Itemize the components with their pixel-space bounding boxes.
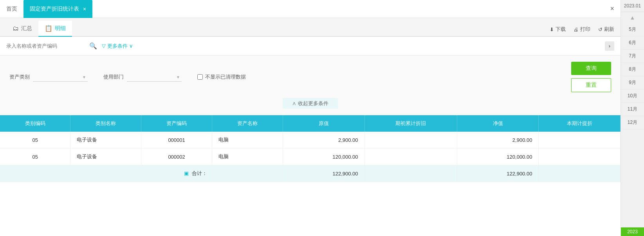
cell-original-value: 2,900.00 bbox=[283, 132, 364, 148]
collapse-btn-area: ∧ 收起更多条件 bbox=[9, 97, 611, 109]
total-initial-depreciation bbox=[364, 165, 457, 182]
sidebar-month-item[interactable]: 12月 bbox=[621, 116, 644, 129]
more-conditions-btn[interactable]: ▽ 更多条件 ∨ bbox=[102, 43, 133, 50]
arrow-right-btn[interactable]: › bbox=[605, 41, 614, 51]
cell-asset-code: 000001 bbox=[141, 132, 212, 148]
toolbar: 🗂 汇总 📋 明细 ⬇ 下载 🖨 打印 ↺ 刷新 bbox=[0, 18, 621, 37]
print-btn[interactable]: 🖨 打印 bbox=[574, 26, 590, 33]
filter-asset-type: 资产类别 ▼ bbox=[9, 72, 88, 82]
summary-icon: 🗂 bbox=[13, 25, 19, 32]
col-net-value: 净值 bbox=[457, 115, 539, 132]
print-icon: 🖨 bbox=[574, 27, 579, 32]
dept-select[interactable] bbox=[127, 72, 182, 82]
tab-summary[interactable]: 🗂 汇总 bbox=[6, 21, 38, 37]
cell-category-name: 电子设备 bbox=[70, 148, 141, 165]
col-current-depreciation: 本期计提折 bbox=[539, 115, 621, 132]
more-conditions-label: 更多条件 bbox=[107, 43, 128, 50]
asset-type-select-wrap: ▼ bbox=[33, 72, 88, 82]
search-input[interactable] bbox=[6, 43, 85, 49]
toolbar-actions: ⬇ 下载 🖨 打印 ↺ 刷新 bbox=[550, 26, 614, 36]
nav-tab-label: 固定资产折旧统计表 bbox=[30, 5, 79, 13]
more-conditions-arrow: ∨ bbox=[129, 43, 133, 49]
detail-icon: 📋 bbox=[45, 25, 52, 32]
table-total-row: ▣ 合计： 122,900.00 122,900.00 bbox=[0, 165, 621, 182]
col-category-code: 类别编码 bbox=[0, 115, 70, 132]
sidebar-month-item[interactable]: 11月 bbox=[621, 103, 644, 116]
search-icon[interactable]: 🔍 bbox=[89, 42, 97, 50]
cell-original-value: 120,000.00 bbox=[283, 148, 364, 165]
table-row: 05 电子设备 000001 电脑 2,900.00 2,900.00 bbox=[0, 132, 621, 148]
cell-category-code: 05 bbox=[0, 148, 70, 165]
sidebar-month-item[interactable]: 9月 bbox=[621, 76, 644, 89]
month-list: 5月6月7月8月9月10月11月12月 bbox=[621, 23, 644, 227]
tab-detail-label: 明细 bbox=[55, 25, 66, 32]
refresh-label: 刷新 bbox=[604, 26, 614, 33]
download-btn[interactable]: ⬇ 下载 bbox=[550, 26, 566, 33]
collapse-btn[interactable]: ∧ 收起更多条件 bbox=[283, 98, 338, 109]
table-wrap: 类别编码 类别名称 资产编码 资产名称 原值 期初累计折旧 净值 本期计提折 0… bbox=[0, 115, 621, 236]
year-badge: 2023 bbox=[621, 227, 644, 236]
total-original-value: 122,900.00 bbox=[283, 165, 364, 182]
col-asset-name: 资产名称 bbox=[212, 115, 283, 132]
download-icon: ⬇ bbox=[550, 27, 554, 32]
cell-net-value: 2,900.00 bbox=[457, 132, 539, 148]
right-sidebar: 2023.01 ▲ 5月6月7月8月9月10月11月12月 2023 bbox=[621, 0, 644, 236]
tab-close-btn[interactable]: × bbox=[83, 6, 86, 12]
dept-select-wrap: ▼ bbox=[127, 72, 182, 82]
total-icon: ▣ bbox=[184, 170, 189, 176]
asset-type-label: 资产类别 bbox=[9, 73, 30, 80]
col-original-value: 原值 bbox=[283, 115, 364, 132]
asset-table: 类别编码 类别名称 资产编码 资产名称 原值 期初累计折旧 净值 本期计提折 0… bbox=[0, 115, 621, 182]
sidebar-date: 2023.01 bbox=[621, 0, 644, 12]
dept-label: 使用部门 bbox=[103, 73, 124, 80]
filter-dept: 使用部门 ▼ bbox=[103, 72, 182, 82]
filter-section: 资产类别 ▼ 使用部门 ▼ 不显示已清理数 bbox=[0, 55, 621, 115]
cell-asset-code: 000002 bbox=[141, 148, 212, 165]
table-header-row: 类别编码 类别名称 资产编码 资产名称 原值 期初累计折旧 净值 本期计提折 bbox=[0, 115, 621, 132]
nav-tab-depreciation[interactable]: 固定资产折旧统计表 × bbox=[23, 0, 92, 18]
col-category-name: 类别名称 bbox=[70, 115, 141, 132]
col-asset-code: 资产编码 bbox=[141, 115, 212, 132]
refresh-btn[interactable]: ↺ 刷新 bbox=[598, 26, 614, 33]
table-row: 05 电子设备 000002 电脑 120,000.00 120,000.00 bbox=[0, 148, 621, 165]
sidebar-month-item[interactable]: 10月 bbox=[621, 89, 644, 103]
hide-cleared-checkbox[interactable] bbox=[197, 74, 203, 80]
reset-btn[interactable]: 重置 bbox=[571, 78, 611, 92]
cell-asset-name: 电脑 bbox=[212, 132, 283, 148]
search-bar: 🔍 ▽ 更多条件 ∨ › bbox=[0, 37, 621, 55]
search-right: › bbox=[605, 41, 614, 51]
cell-asset-name: 电脑 bbox=[212, 148, 283, 165]
sidebar-month-item[interactable]: 6月 bbox=[621, 36, 644, 50]
tab-detail[interactable]: 📋 明细 bbox=[38, 21, 72, 37]
print-label: 打印 bbox=[580, 26, 590, 33]
total-current-depreciation bbox=[539, 165, 621, 182]
tab-summary-label: 汇总 bbox=[21, 25, 32, 32]
total-label-cell: ▣ 合计： bbox=[0, 165, 212, 182]
total-net-value: 122,900.00 bbox=[457, 165, 539, 182]
window-close-btn[interactable]: × bbox=[610, 5, 614, 13]
download-label: 下载 bbox=[556, 26, 566, 33]
hide-cleared-checkbox-group: 不显示已清理数据 bbox=[197, 73, 246, 80]
nav-home[interactable]: 首页 bbox=[6, 5, 23, 13]
total-asset-name bbox=[212, 165, 283, 182]
total-label: 合计： bbox=[192, 170, 207, 176]
cell-current-depreciation bbox=[539, 148, 621, 165]
col-initial-depreciation: 期初累计折旧 bbox=[364, 115, 457, 132]
cell-initial-depreciation bbox=[364, 132, 457, 148]
hide-cleared-label: 不显示已清理数据 bbox=[205, 73, 246, 80]
query-btn[interactable]: 查询 bbox=[571, 62, 611, 75]
sidebar-month-item[interactable]: 7月 bbox=[621, 50, 644, 63]
refresh-icon: ↺ bbox=[598, 27, 603, 32]
cell-category-code: 05 bbox=[0, 132, 70, 148]
filter-icon: ▽ bbox=[102, 43, 106, 49]
filter-row: 资产类别 ▼ 使用部门 ▼ 不显示已清理数 bbox=[9, 62, 611, 92]
cell-current-depreciation bbox=[539, 132, 621, 148]
cell-category-name: 电子设备 bbox=[70, 132, 141, 148]
cell-net-value: 120,000.00 bbox=[457, 148, 539, 165]
cell-initial-depreciation bbox=[364, 148, 457, 165]
sidebar-month-item[interactable]: 5月 bbox=[621, 23, 644, 36]
asset-type-select[interactable] bbox=[33, 72, 88, 82]
top-nav: 首页 固定资产折旧统计表 × × bbox=[0, 0, 621, 18]
sidebar-scroll-up[interactable]: ▲ bbox=[630, 12, 635, 23]
sidebar-month-item[interactable]: 8月 bbox=[621, 63, 644, 76]
